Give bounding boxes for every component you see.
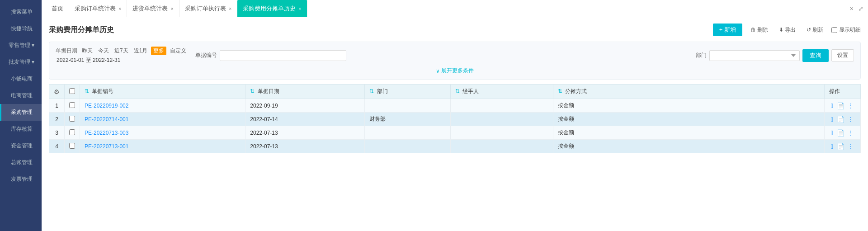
row-checkbox[interactable] (69, 102, 75, 108)
order-no-link[interactable]: PE-20220919-002 (85, 103, 128, 109)
cell-actions:  📄 ⋮ (825, 140, 861, 153)
tab-home[interactable]: 首页 (46, 0, 69, 17)
cell-handler (451, 126, 553, 140)
sidebar-item-mini-shop[interactable]: 小畅电商 (0, 71, 42, 87)
cell-split-method: 按金额 (553, 113, 825, 126)
dept-select[interactable] (709, 50, 800, 61)
cell-dept (365, 99, 451, 113)
add-button[interactable]: + 新增 (713, 24, 742, 36)
edit-icon[interactable]:  (831, 116, 833, 123)
tab-purchase-order-exec[interactable]: 采购订单执行表 × (179, 0, 237, 17)
sidebar-item-quick-nav[interactable]: 快捷导航 (0, 20, 42, 37)
fullscreen-icon[interactable]: ⤢ (858, 5, 863, 12)
table-row: 3 PE-20220713-003 2022-07-13 按金额  📄 ⋮ (49, 126, 861, 140)
display-toggle-checkbox[interactable] (831, 27, 837, 33)
date-btn-1month[interactable]: 近1月 (132, 47, 150, 55)
th-date[interactable]: ⇅ 单据日期 (245, 85, 365, 99)
close-all-tabs-icon[interactable]: × (850, 5, 854, 12)
sidebar: 搜索菜单 快捷导航 零售管理 ▾ 批发管理 ▾ 小畅电商 电商管理 采购管理 库… (0, 0, 42, 231)
cell-date: 2022-07-13 (245, 126, 365, 140)
sidebar-item-retail[interactable]: 零售管理 ▾ (0, 37, 42, 54)
date-shortcuts: 昨天 今天 近7天 近1月 更多 自定义 (80, 47, 188, 55)
sidebar-item-accounting[interactable]: 总账管理 (0, 154, 42, 171)
row-checkbox-cell (65, 126, 80, 140)
tab-purchase-order-stat[interactable]: 采购订单统计表 × (69, 0, 127, 17)
date-btn-7days[interactable]: 近7天 (113, 47, 130, 55)
tab-purchase-cost-history[interactable]: 采购费用分摊单历史 × (237, 0, 307, 17)
view-icon[interactable]: 📄 (837, 116, 844, 123)
table-body: 1 PE-20220919-002 2022-09-19 按金额  📄 ⋮ 2… (49, 99, 861, 153)
tab-close-purchase-order-exec[interactable]: × (229, 6, 231, 11)
more-actions-icon[interactable]: ⋮ (848, 143, 854, 150)
cell-split-method: 按金额 (553, 99, 825, 113)
filter-date-range: 2022-01-01 至 2022-12-31 (57, 57, 188, 64)
edit-icon[interactable]:  (831, 143, 833, 150)
tab-bar: 首页 采购订单统计表 × 进货单统计表 × 采购订单执行表 × 采购费用分摊单历… (42, 0, 868, 17)
export-button[interactable]: ⬇ 导出 (776, 25, 798, 35)
display-toggle[interactable]: 显示明细 (831, 26, 861, 34)
sidebar-item-ecommerce[interactable]: 电商管理 (0, 87, 42, 104)
row-checkbox-cell (65, 99, 80, 113)
tab-close-purchase-cost-history[interactable]: × (298, 6, 301, 11)
th-handler[interactable]: ⇅ 经手人 (451, 85, 553, 99)
sidebar-item-purchase[interactable]: 采购管理 (0, 104, 42, 121)
date-btn-yesterday[interactable]: 昨天 (80, 47, 94, 55)
refresh-button[interactable]: ↺ 刷新 (804, 25, 826, 35)
date-btn-custom[interactable]: 自定义 (168, 47, 188, 55)
tab-close-incoming-stat[interactable]: × (170, 6, 173, 11)
gear-icon[interactable]: ⚙ (54, 88, 60, 95)
cell-date: 2022-07-14 (245, 113, 365, 126)
sidebar-item-invoice[interactable]: 发票管理 (0, 171, 42, 188)
row-num: 1 (49, 99, 65, 113)
cell-order-no: PE-20220713-003 (80, 126, 245, 140)
sidebar-item-inventory[interactable]: 库存核算 (0, 121, 42, 137)
expand-button[interactable]: ∨ 展开更多条件 (436, 67, 474, 75)
cell-dept (365, 140, 451, 153)
refresh-icon: ↺ (807, 27, 811, 33)
row-checkbox[interactable] (69, 116, 75, 122)
row-checkbox[interactable] (69, 129, 75, 135)
tab-right-actions: × ⤢ (850, 5, 863, 12)
cell-dept (365, 126, 451, 140)
sort-icon-split-method: ⇅ (558, 88, 562, 94)
edit-icon[interactable]:  (831, 129, 833, 137)
date-btn-more[interactable]: 更多 (151, 47, 166, 55)
more-actions-icon[interactable]: ⋮ (848, 116, 854, 123)
th-split-method[interactable]: ⇅ 分摊方式 (553, 85, 825, 99)
table-head: ⚙ ⇅ 单据编号 ⇅ 单据日期 ⇅ 部门 (49, 85, 861, 99)
sidebar-item-search[interactable]: 搜索菜单 (0, 4, 42, 20)
order-no-input[interactable] (220, 50, 346, 61)
dept-filter-label: 部门 (696, 52, 707, 59)
delete-button[interactable]: 🗑 删除 (748, 25, 771, 35)
table-row: 1 PE-20220919-002 2022-09-19 按金额  📄 ⋮ (49, 99, 861, 113)
sidebar-item-wholesale[interactable]: 批发管理 ▾ (0, 54, 42, 71)
view-icon[interactable]: 📄 (837, 102, 844, 109)
cell-date: 2022-09-19 (245, 99, 365, 113)
page-header: 采购费用分摊单历史 + 新增 🗑 删除 ⬇ 导出 ↺ 刷新 显示明细 (49, 24, 861, 36)
row-checkbox[interactable] (69, 143, 75, 149)
th-order-no[interactable]: ⇅ 单据编号 (80, 85, 245, 99)
cell-handler (451, 113, 553, 126)
order-no-link[interactable]: PE-20220714-001 (85, 116, 128, 123)
page-title: 采购费用分摊单历史 (49, 25, 114, 35)
tab-incoming-stat[interactable]: 进货单统计表 × (127, 0, 179, 17)
cell-actions:  📄 ⋮ (825, 126, 861, 140)
order-no-link[interactable]: PE-20220713-003 (85, 130, 128, 136)
select-all-checkbox[interactable] (69, 88, 75, 94)
setting-button[interactable]: 设置 (831, 49, 854, 61)
tab-close-purchase-order-stat[interactable]: × (118, 6, 121, 11)
view-icon[interactable]: 📄 (837, 129, 844, 137)
more-actions-icon[interactable]: ⋮ (848, 129, 854, 137)
main-content: 首页 采购订单统计表 × 进货单统计表 × 采购订单执行表 × 采购费用分摊单历… (42, 0, 868, 231)
row-num: 2 (49, 113, 65, 126)
more-actions-icon[interactable]: ⋮ (848, 102, 854, 109)
edit-icon[interactable]:  (831, 102, 833, 109)
order-no-link[interactable]: PE-20220713-001 (85, 143, 128, 150)
view-icon[interactable]: 📄 (837, 143, 844, 150)
query-button[interactable]: 查询 (802, 49, 829, 62)
table-row: 2 PE-20220714-001 2022-07-14 财务部 按金额  📄… (49, 113, 861, 126)
row-num: 4 (49, 140, 65, 153)
th-dept[interactable]: ⇅ 部门 (365, 85, 451, 99)
sidebar-item-finance[interactable]: 资金管理 (0, 137, 42, 154)
date-btn-today[interactable]: 今天 (96, 47, 111, 55)
